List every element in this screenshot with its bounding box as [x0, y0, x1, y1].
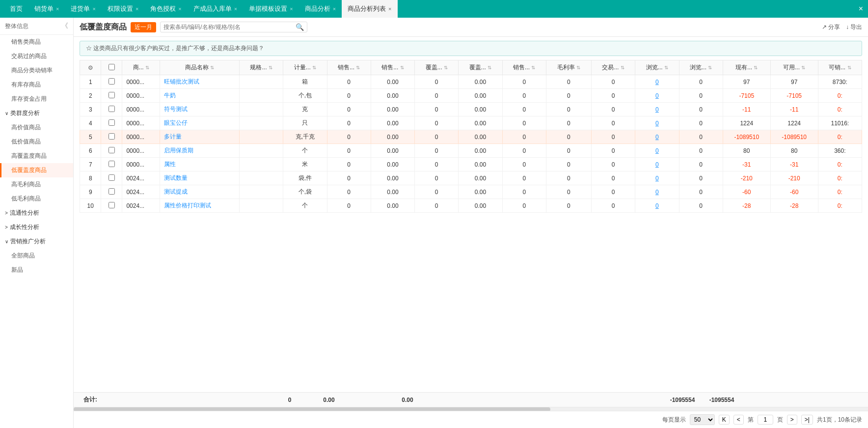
row-select-checkbox[interactable] — [108, 174, 115, 181]
row-name[interactable]: 测试数量 — [160, 171, 240, 185]
close-icon[interactable]: × — [290, 6, 293, 12]
row-select-checkbox[interactable] — [108, 188, 115, 195]
row-checkbox[interactable] — [101, 89, 122, 103]
col-sales-c[interactable]: 销售... ⇅ — [502, 60, 546, 75]
row-name[interactable]: 眼宝公仔 — [160, 116, 240, 130]
sidebar-section-marketing[interactable]: ∨ 营销推广分析 — [0, 234, 73, 249]
close-all-tabs-button[interactable]: × — [859, 4, 863, 13]
row-checkbox[interactable] — [101, 144, 122, 158]
row-checkbox[interactable] — [101, 199, 122, 213]
row-select-checkbox[interactable] — [108, 161, 115, 167]
col-unit[interactable]: 计量... ⇅ — [283, 60, 327, 75]
row-browse-a[interactable]: 0 — [635, 199, 679, 213]
col-cover-a[interactable]: 覆盖... ⇅ — [415, 60, 459, 75]
row-browse-a[interactable]: 0 — [635, 158, 679, 171]
row-browse-a[interactable]: 0 — [635, 185, 679, 199]
sidebar-section-circulation[interactable]: > 流通性分析 — [0, 206, 73, 220]
row-name[interactable]: 属性价格打印测试 — [160, 199, 240, 213]
col-cover-b[interactable]: 覆盖... ⇅ — [459, 60, 502, 75]
row-select-checkbox[interactable] — [108, 78, 115, 85]
row-checkbox[interactable] — [101, 171, 122, 185]
nav-production[interactable]: 产成品入库单 × — [188, 0, 243, 18]
select-all-checkbox[interactable] — [108, 64, 115, 70]
page-number-input[interactable] — [758, 415, 773, 425]
row-name[interactable]: 牛奶 — [160, 89, 240, 103]
sidebar-item-low-value[interactable]: 低价值商品 — [0, 135, 73, 149]
sidebar-item-sales-goods[interactable]: 销售类商品 — [0, 35, 73, 49]
sidebar-section-growth[interactable]: > 成长性分析 — [0, 220, 73, 234]
sidebar-item-high-margin[interactable]: 高毛利商品 — [0, 177, 73, 192]
row-name[interactable]: 旺铺批次测试 — [160, 75, 240, 89]
next-page-button[interactable]: > — [787, 415, 797, 425]
sidebar-item-new-goods[interactable]: 新品 — [0, 263, 73, 277]
col-settings[interactable]: ⚙ — [80, 60, 101, 75]
close-icon[interactable]: × — [178, 6, 181, 12]
row-name[interactable]: 属性 — [160, 158, 240, 171]
row-select-checkbox[interactable] — [108, 147, 115, 153]
sidebar-item-all-goods[interactable]: 全部商品 — [0, 249, 73, 263]
row-browse-a[interactable]: 0 — [635, 75, 679, 89]
search-input[interactable] — [163, 24, 296, 30]
row-checkbox[interactable] — [101, 158, 122, 171]
row-select-checkbox[interactable] — [108, 92, 115, 98]
row-select-checkbox[interactable] — [108, 133, 115, 140]
nav-sales-order[interactable]: 销货单 × — [28, 0, 65, 18]
sidebar-header[interactable]: 整体信息 《 — [0, 18, 73, 35]
row-browse-a[interactable]: 0 — [635, 116, 679, 130]
nav-purchase-order[interactable]: 进货单 × — [65, 0, 101, 18]
sidebar-item-category-rate[interactable]: 商品分类动销率 — [0, 63, 73, 78]
col-browse-b[interactable]: 浏览... ⇅ — [679, 60, 723, 75]
search-icon[interactable]: 🔍 — [296, 23, 304, 31]
col-stock-c[interactable]: 可销... ⇅ — [818, 60, 862, 75]
col-trade[interactable]: 交易... ⇅ — [591, 60, 635, 75]
sidebar-item-stock-capital[interactable]: 库存资金占用 — [0, 92, 73, 106]
col-stock-b[interactable]: 可用... ⇅ — [770, 60, 818, 75]
page-size-select[interactable]: 50 20 100 — [690, 414, 715, 425]
nav-product-analysis-list[interactable]: 商品分析列表 × — [342, 0, 397, 18]
row-select-checkbox[interactable] — [108, 106, 115, 112]
nav-role-auth[interactable]: 角色授权 × — [144, 0, 187, 18]
col-spec[interactable]: 规格... ⇅ — [240, 60, 283, 75]
close-icon[interactable]: × — [56, 6, 59, 12]
col-stock-a[interactable]: 现有... ⇅ — [723, 60, 770, 75]
row-checkbox[interactable] — [101, 75, 122, 89]
sidebar-item-high-value[interactable]: 高价值商品 — [0, 120, 73, 135]
close-icon[interactable]: × — [388, 6, 391, 12]
row-checkbox[interactable] — [101, 103, 122, 116]
row-checkbox[interactable] — [101, 130, 122, 144]
row-name[interactable]: 符号测试 — [160, 103, 240, 116]
close-icon[interactable]: × — [136, 6, 138, 12]
settings-icon[interactable]: ⚙ — [88, 64, 93, 71]
col-sales-amt[interactable]: 销售... ⇅ — [371, 60, 414, 75]
row-select-checkbox[interactable] — [108, 119, 115, 126]
row-browse-a[interactable]: 0 — [635, 103, 679, 116]
date-filter-button[interactable]: 近一月 — [131, 22, 156, 32]
row-checkbox[interactable] — [101, 116, 122, 130]
row-checkbox[interactable] — [101, 185, 122, 199]
sidebar-item-high-coverage[interactable]: 高覆盖度商品 — [0, 149, 73, 163]
row-browse-a[interactable]: 0 — [635, 89, 679, 103]
close-icon[interactable]: × — [234, 6, 237, 12]
first-page-button[interactable]: K — [719, 415, 730, 425]
row-browse-a[interactable]: 0 — [635, 171, 679, 185]
sidebar-item-low-coverage[interactable]: 低覆盖度商品 — [0, 163, 73, 177]
sidebar-item-low-margin[interactable]: 低毛利商品 — [0, 192, 73, 206]
close-icon[interactable]: × — [333, 6, 336, 12]
export-button[interactable]: ↓ 导出 — [846, 23, 862, 31]
col-browse-a[interactable]: 浏览... ⇅ — [635, 60, 679, 75]
col-name[interactable]: 商品名称 ⇅ — [160, 60, 240, 75]
row-name[interactable]: 测试提成 — [160, 185, 240, 199]
nav-home[interactable]: 首页 — [4, 0, 28, 18]
col-sales-qty[interactable]: 销售... ⇅ — [327, 60, 371, 75]
row-name[interactable]: 启用保质期 — [160, 144, 240, 158]
sidebar-section-cluster[interactable]: ∨ 类群度分析 — [0, 106, 73, 120]
row-browse-a[interactable]: 0 — [635, 144, 679, 158]
share-button[interactable]: ↗ 分享 — [822, 23, 840, 31]
close-icon[interactable]: × — [92, 6, 95, 12]
col-gross-rate[interactable]: 毛利率 ⇅ — [546, 60, 591, 75]
row-select-checkbox[interactable] — [108, 202, 115, 208]
nav-permissions[interactable]: 权限设置 × — [102, 0, 144, 18]
row-browse-a[interactable]: 0 — [635, 130, 679, 144]
sidebar-item-traded-goods[interactable]: 交易过的商品 — [0, 49, 73, 63]
nav-product-analysis[interactable]: 商品分析 × — [299, 0, 342, 18]
